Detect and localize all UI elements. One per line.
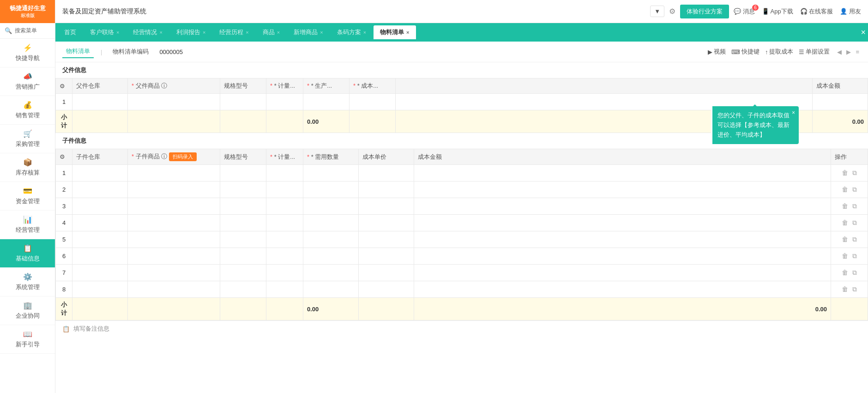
child-row-qty[interactable] — [303, 215, 359, 231]
copy-row-btn[interactable]: ⧉ — [852, 252, 857, 260]
online-service-btn[interactable]: 🎧 在线客服 — [800, 7, 833, 16]
child-row-unitcost[interactable] — [359, 165, 414, 181]
tab-new-goods[interactable]: 新增商品 × — [287, 25, 329, 39]
child-row-product[interactable] — [128, 265, 220, 281]
message-btn[interactable]: 💬 6 消息 — [734, 7, 755, 16]
parent-row-unit[interactable] — [266, 94, 303, 110]
sidebar-item-operation[interactable]: 📊 经营管理 — [0, 211, 55, 239]
child-row-qty[interactable] — [303, 165, 359, 181]
child-row-unit[interactable] — [266, 165, 303, 181]
tab-new-goods-close[interactable]: × — [320, 30, 323, 35]
child-row-unitcost[interactable] — [359, 198, 414, 215]
child-row-unit[interactable] — [266, 265, 303, 281]
parent-row-production[interactable] — [303, 94, 350, 110]
delete-row-btn[interactable]: 🗑 — [842, 169, 848, 176]
child-row-spec[interactable] — [220, 181, 266, 198]
sidebar-item-inventory[interactable]: 📦 库存核算 — [0, 153, 55, 182]
child-row-warehouse[interactable] — [72, 231, 128, 248]
child-row-unitcost[interactable] — [359, 281, 414, 298]
copy-row-btn[interactable]: ⧉ — [852, 285, 857, 293]
sidebar-item-purchase[interactable]: 🛒 采购管理 — [0, 125, 55, 153]
close-all-tabs-btn[interactable]: × — [861, 28, 866, 37]
child-row-product[interactable] — [128, 281, 220, 298]
sidebar-item-basic-info[interactable]: 📋 基础信息 — [0, 239, 55, 268]
delete-row-btn[interactable]: 🗑 — [842, 186, 848, 193]
child-row-product[interactable] — [128, 248, 220, 265]
child-row-product[interactable] — [128, 215, 220, 231]
copy-row-btn[interactable]: ⧉ — [852, 186, 857, 193]
child-row-unit[interactable] — [266, 231, 303, 248]
child-row-product[interactable] — [128, 198, 220, 215]
sidebar-item-enterprise[interactable]: 🏢 企业协同 — [0, 296, 55, 325]
tab-barcode[interactable]: 条码方案 × — [331, 25, 373, 39]
tab-barcode-close[interactable]: × — [363, 30, 366, 35]
tab-home[interactable]: 首页 — [58, 25, 83, 39]
sidebar-item-search[interactable]: 🔍 搜索菜单 — [0, 23, 55, 39]
tab-profit-close[interactable]: × — [203, 30, 205, 35]
child-row-unitcost[interactable] — [359, 181, 414, 198]
sidebar-item-finance[interactable]: 💳 资金管理 — [0, 182, 55, 211]
child-row-product[interactable] — [128, 181, 220, 198]
delete-row-btn[interactable]: 🗑 — [842, 269, 848, 276]
tooltip-close-btn[interactable]: × — [792, 109, 795, 117]
tab-operation-status-close[interactable]: × — [159, 30, 162, 35]
parent-row-product[interactable] — [128, 94, 220, 110]
sidebar-item-sales[interactable]: 💰 销售管理 — [0, 96, 55, 125]
child-row-spec[interactable] — [220, 165, 266, 181]
app-download-btn[interactable]: 📱 App下载 — [762, 7, 793, 16]
tab-customer-close[interactable]: × — [116, 30, 119, 35]
child-row-unitcost[interactable] — [359, 215, 414, 231]
child-row-spec[interactable] — [220, 215, 266, 231]
child-row-warehouse[interactable] — [72, 265, 128, 281]
child-row-spec[interactable] — [220, 265, 266, 281]
tab-bom-close[interactable]: × — [406, 30, 409, 35]
copy-row-btn[interactable]: ⧉ — [852, 269, 857, 276]
child-row-warehouse[interactable] — [72, 165, 128, 181]
sub-tab-code[interactable]: 物料清单编码 — [109, 46, 152, 58]
child-row-spec[interactable] — [220, 198, 266, 215]
child-row-qty[interactable] — [303, 265, 359, 281]
child-row-qty[interactable] — [303, 248, 359, 265]
delete-row-btn[interactable]: 🗑 — [842, 219, 848, 226]
child-row-unit[interactable] — [266, 181, 303, 198]
child-row-qty[interactable] — [303, 181, 359, 198]
user-menu[interactable]: 👤 用友 — [840, 7, 861, 16]
tab-goods[interactable]: 商品 × — [256, 25, 286, 39]
child-row-unit[interactable] — [266, 248, 303, 265]
action-extract-btn[interactable]: ↑ 提取成本 — [765, 48, 794, 56]
sidebar-item-marketing[interactable]: 📣 营销推广 — [0, 67, 55, 96]
child-row-unit[interactable] — [266, 215, 303, 231]
nav-list-btn[interactable]: ≡ — [854, 48, 861, 56]
child-row-warehouse[interactable] — [72, 248, 128, 265]
sidebar-item-guide[interactable]: 📖 新手引导 — [0, 325, 55, 354]
child-row-qty[interactable] — [303, 231, 359, 248]
experience-btn[interactable]: 体验行业方案 — [680, 5, 729, 18]
delete-row-btn[interactable]: 🗑 — [842, 285, 848, 293]
delete-row-btn[interactable]: 🗑 — [842, 252, 848, 260]
scan-input-btn[interactable]: 扫码录入 — [169, 152, 197, 161]
child-row-warehouse[interactable] — [72, 215, 128, 231]
delete-row-btn[interactable]: 🗑 — [842, 202, 848, 210]
tab-operation-status[interactable]: 经营情况 × — [127, 25, 169, 39]
nav-prev-btn[interactable]: ◀ — [835, 48, 844, 56]
child-row-unit[interactable] — [266, 198, 303, 215]
copy-row-btn[interactable]: ⧉ — [852, 169, 857, 176]
child-row-spec[interactable] — [220, 248, 266, 265]
tab-goods-close[interactable]: × — [277, 30, 280, 35]
child-row-unitcost[interactable] — [359, 248, 414, 265]
system-dropdown[interactable]: ▼ — [650, 6, 664, 17]
child-row-unitcost[interactable] — [359, 231, 414, 248]
nav-next-btn[interactable]: ▶ — [844, 48, 853, 56]
parent-row-cost[interactable] — [350, 94, 396, 110]
action-shortcut-btn[interactable]: ⌨ 快捷键 — [731, 48, 760, 56]
child-row-warehouse[interactable] — [72, 181, 128, 198]
copy-row-btn[interactable]: ⧉ — [852, 219, 857, 226]
action-view-btn[interactable]: ▶ 视频 — [708, 48, 726, 56]
child-row-spec[interactable] — [220, 281, 266, 298]
tab-customer[interactable]: 客户联络 × — [84, 25, 126, 39]
sidebar-item-quick-nav[interactable]: ⚡ 快捷导航 — [0, 39, 55, 67]
child-row-spec[interactable] — [220, 231, 266, 248]
copy-row-btn[interactable]: ⧉ — [852, 236, 857, 243]
child-row-product[interactable] — [128, 165, 220, 181]
tab-profit[interactable]: 利润报告 × — [170, 25, 212, 39]
